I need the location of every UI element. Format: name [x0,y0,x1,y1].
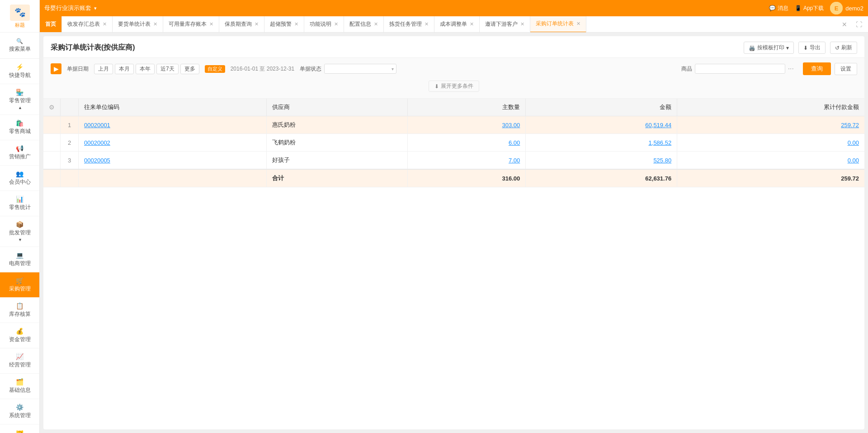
tab-shelf-query[interactable]: 保质期查询 ✕ [219,16,264,33]
tab-config-info[interactable]: 配置信息 ✕ [344,16,384,33]
tab-picking-task-close[interactable]: ✕ [425,21,429,27]
sidebar-item-purchase[interactable]: 🛒 采购管理 [0,272,39,298]
topbar-left: 母婴行业演示账套 ▾ [44,4,97,12]
tab-config-info-close[interactable]: ✕ [374,21,378,27]
row1-qty-link[interactable]: 303.00 [502,122,520,128]
date-quick-buttons: 上月 本月 本年 近7天 更多 [94,64,199,74]
refresh-label: 刷新 [841,44,852,52]
quick-nav-icon: ⚡ [16,63,24,71]
sidebar-item-enterprise[interactable]: 🤝 企业协同 [0,424,39,433]
sidebar-item-quick-nav[interactable]: ⚡ 快捷导航 [0,59,39,84]
table-container: ⚙ 往来单位编码 供应商 主数量 金额 累计付款金额 [43,99,864,429]
sidebar-item-marketing[interactable]: 📢 营销推广 [0,140,39,166]
tab-function-desc-close[interactable]: ✕ [334,21,338,27]
col-header-settings: ⚙ [43,99,61,116]
footer-label-cell [79,169,267,187]
sidebar-item-member[interactable]: 👥 会员中心 [0,166,39,191]
tab-home[interactable]: 首页 [40,16,62,33]
tab-shelf-query-close[interactable]: ✕ [255,21,259,27]
sidebar-item-retail-stats[interactable]: 📊 零售统计 [0,191,39,216]
sidebar-item-retail-mall[interactable]: 🛍️ 零售商城 [0,115,39,140]
tab-picking-task[interactable]: 拣货任务管理 ✕ [384,16,434,33]
tab-overstock-warning[interactable]: 超储预警 ✕ [264,16,304,33]
print-button[interactable]: 🖨️ 按模板打印 ▾ [744,42,794,54]
app-logo: 🐾 标题 [0,0,39,33]
tab-function-desc[interactable]: 功能说明 ✕ [304,16,344,33]
tab-purchase-summary-close[interactable]: ✕ [576,21,580,27]
message-button[interactable]: 💬 消息 [769,5,788,12]
tab-available-stock-close[interactable]: ✕ [209,21,213,27]
app-download-button[interactable]: 📱 App下载 [795,5,824,12]
row3-settings-cell [43,152,61,170]
row1-paid-link[interactable]: 259.72 [841,122,859,128]
row2-code: 00020002 [79,134,267,152]
tab-invite-downstream[interactable]: 邀请下游客户 ✕ [480,16,530,33]
search-menu-button[interactable]: 🔍 搜索菜单 [3,36,37,55]
system-icon: ⚙️ [16,404,24,411]
sidebar-item-stock[interactable]: 📋 库存核算 [0,298,39,323]
tab-close-all-button[interactable]: ✕ [837,16,852,33]
date-last-month-button[interactable]: 上月 [94,64,113,74]
tab-order-summary-close[interactable]: ✕ [153,21,157,27]
workspace-title: 母婴行业演示账套 [44,4,91,12]
workspace-dropdown-icon[interactable]: ▾ [94,5,97,11]
purchase-summary-table: ⚙ 往来单位编码 供应商 主数量 金额 累计付款金额 [43,99,864,187]
row3-amount-link[interactable]: 525.80 [653,157,671,164]
row1-num: 1 [61,116,79,134]
tab-overstock-warning-close[interactable]: ✕ [294,21,298,27]
tab-maximize-button[interactable]: ⛶ [852,16,866,33]
message-label: 消息 [778,5,788,12]
status-select[interactable] [324,64,396,74]
filter-toggle-button[interactable]: ▶ [51,63,61,74]
sidebar-item-system[interactable]: ⚙️ 系统管理 [0,399,39,424]
tab-receive-summary[interactable]: 收发存汇总表 ✕ [62,16,113,33]
date-this-year-button[interactable]: 本年 [136,64,155,74]
expand-more-button[interactable]: ⬇ 展开更多条件 [429,81,479,92]
sidebar-item-operations[interactable]: 📈 经营管理 [0,348,39,374]
goods-more-options-icon[interactable]: ··· [788,65,794,73]
user-section[interactable]: E demo2 [830,2,863,14]
tab-available-stock[interactable]: 可用量库存账本 ✕ [163,16,219,33]
print-dropdown-icon: ▾ [786,45,789,51]
tab-config-info-label: 配置信息 [349,20,371,28]
goods-filter-input[interactable] [695,64,785,74]
print-label: 按模板打印 [757,44,784,52]
tab-overstock-warning-label: 超储预警 [270,20,292,28]
sidebar-item-basics[interactable]: 🗂️ 基础信息 [0,374,39,399]
refresh-button[interactable]: ↺ 刷新 [830,42,857,54]
date-more-button[interactable]: 更多 [180,64,199,74]
footer-amount: 62,631.76 [526,169,677,187]
table-settings-icon[interactable]: ⚙ [49,104,55,111]
query-button[interactable]: 查询 [803,62,831,75]
date-range-text: 2016-01-01 至 2023-12-31 [231,65,294,73]
row3-code-link[interactable]: 00020005 [84,157,110,164]
user-name: demo2 [845,5,863,12]
export-button[interactable]: ⬇ 导出 [798,42,826,54]
tab-invite-downstream-close[interactable]: ✕ [520,21,524,27]
col-header-code: 往来单位编码 [79,99,267,116]
row2-qty-link[interactable]: 6.00 [509,139,520,146]
row3-paid-link[interactable]: 0.00 [848,157,859,164]
row3-qty-link[interactable]: 7.00 [509,157,520,164]
tab-receive-summary-close[interactable]: ✕ [103,21,107,27]
row1-code-link[interactable]: 00020001 [84,122,110,128]
row2-num: 2 [61,134,79,152]
sidebar-item-retail[interactable]: 🏪 零售管理 ▲ [0,84,39,115]
tab-cost-adjust[interactable]: 成本调整单 ✕ [434,16,480,33]
tab-cost-adjust-close[interactable]: ✕ [470,21,474,27]
filter-settings-button[interactable]: 设置 [835,63,857,75]
row2-code-link[interactable]: 00020002 [84,139,110,146]
sidebar-item-finance[interactable]: 💰 资金管理 [0,323,39,348]
row2-paid-link[interactable]: 0.00 [848,139,859,146]
sidebar-item-wholesale[interactable]: 📦 批发管理 ▼ [0,216,39,247]
tab-order-summary[interactable]: 要货单统计表 ✕ [113,16,163,33]
status-filter-label: 单据状态 [300,65,321,73]
sidebar-item-ecommerce[interactable]: 💻 电商管理 [0,247,39,272]
date-7days-button[interactable]: 近7天 [156,64,179,74]
filter-bar: ▶ 单据日期 上月 本月 本年 近7天 更多 自定义 2016-01-01 至 … [43,58,864,99]
row1-amount-link[interactable]: 60,519.44 [645,122,671,128]
tab-purchase-summary[interactable]: 采购订单统计表 ✕ [530,16,586,33]
sidebar-search-section[interactable]: 🔍 搜索菜单 [0,33,39,59]
date-this-month-button[interactable]: 本月 [115,64,134,74]
row2-amount-link[interactable]: 1,586.52 [649,139,672,146]
